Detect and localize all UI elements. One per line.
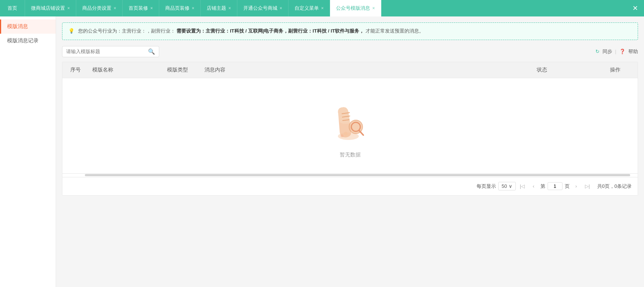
tab-category-settings[interactable]: 商品分类设置 × bbox=[76, 0, 123, 16]
page-label-before: 第 bbox=[540, 183, 545, 190]
notice-icon: 💡 bbox=[68, 28, 74, 34]
tab-store-settings[interactable]: 微商城店铺设置 × bbox=[25, 0, 76, 16]
sync-button[interactable]: 同步 bbox=[603, 48, 612, 55]
tab-close-template[interactable]: × bbox=[372, 6, 375, 11]
tab-homepage-decor[interactable]: 首页装修 × bbox=[123, 0, 159, 16]
tab-close-product[interactable]: × bbox=[192, 6, 194, 11]
tab-close-category[interactable]: × bbox=[114, 6, 116, 11]
col-header-name: 模版名称 bbox=[89, 62, 163, 78]
search-input[interactable] bbox=[66, 49, 148, 54]
svg-point-8 bbox=[341, 134, 343, 137]
data-table: 序号 模版名称 模版类型 消息内容 状态 操作 bbox=[62, 62, 638, 196]
content-area: 💡 您的公众号行业为：主营行业：，副营行业： 需要设置为：主营行业：IT科技 /… bbox=[56, 16, 644, 287]
divider: | bbox=[615, 49, 616, 54]
pagination: 每页显示 50 ∨ |◁ ‹ 第 页 › ▷| 共0页，0条记录 bbox=[62, 177, 638, 195]
next-page-button[interactable]: › bbox=[572, 182, 581, 191]
empty-icon bbox=[328, 101, 373, 146]
help-icon: ❓ bbox=[619, 49, 625, 54]
search-input-wrap: 🔍 bbox=[62, 46, 159, 57]
notice-banner: 💡 您的公众号行业为：主营行业：，副营行业： 需要设置为：主营行业：IT科技 /… bbox=[62, 22, 638, 40]
prev-page-button[interactable]: ‹ bbox=[529, 182, 538, 191]
tab-close-menu[interactable]: × bbox=[321, 6, 324, 11]
page-size-select[interactable]: 50 ∨ bbox=[498, 182, 515, 190]
tab-close-theme[interactable]: × bbox=[228, 6, 231, 11]
help-button[interactable]: 帮助 bbox=[628, 48, 638, 55]
page-size-label: 每页显示 bbox=[477, 183, 496, 190]
sidebar-item-template-msg[interactable]: 模版消息 bbox=[0, 19, 56, 34]
first-page-button[interactable]: |◁ bbox=[518, 182, 527, 191]
svg-point-7 bbox=[344, 132, 348, 135]
col-header-action: 操作 bbox=[593, 62, 638, 78]
sidebar-item-template-records[interactable]: 模版消息记录 bbox=[0, 34, 56, 48]
page-number-input[interactable] bbox=[548, 182, 563, 190]
col-header-status: 状态 bbox=[533, 62, 593, 78]
tab-custom-menu[interactable]: 自定义菜单 × bbox=[289, 0, 330, 16]
col-header-seq: 序号 bbox=[62, 62, 89, 78]
page-total: 共0页，0条记录 bbox=[597, 183, 632, 190]
search-icon[interactable]: 🔍 bbox=[148, 48, 155, 55]
tab-close-mall[interactable]: × bbox=[280, 6, 282, 11]
col-header-type: 模版类型 bbox=[163, 62, 201, 78]
scrollbar-area[interactable] bbox=[62, 173, 638, 177]
tab-home[interactable]: 首页 bbox=[0, 0, 25, 16]
chevron-down-icon: ∨ bbox=[509, 183, 512, 189]
page-label-after: 页 bbox=[565, 183, 570, 190]
top-navigation: 首页 微商城店铺设置 × 商品分类设置 × 首页装修 × 商品页装修 × 店铺主… bbox=[0, 0, 644, 16]
sidebar: 模版消息 模版消息记录 bbox=[0, 16, 56, 287]
search-actions: ↻ 同步 | ❓ 帮助 bbox=[595, 48, 638, 55]
scrollbar-track bbox=[85, 174, 630, 176]
col-header-content: 消息内容 bbox=[201, 62, 533, 78]
tab-close-homepage[interactable]: × bbox=[150, 6, 153, 11]
tab-store-theme[interactable]: 店铺主题 × bbox=[201, 0, 237, 16]
empty-state: 暂无数据 bbox=[62, 78, 638, 173]
nav-close-all-button[interactable]: ✕ bbox=[626, 0, 644, 16]
table-header: 序号 模版名称 模版类型 消息内容 状态 操作 bbox=[62, 62, 638, 78]
tab-template-msg[interactable]: 公众号模版消息 × bbox=[330, 0, 381, 16]
tab-product-decor[interactable]: 商品页装修 × bbox=[159, 0, 201, 16]
empty-text: 暂无数据 bbox=[340, 152, 361, 158]
search-bar: 🔍 ↻ 同步 | ❓ 帮助 bbox=[62, 46, 638, 57]
sync-icon: ↻ bbox=[595, 49, 600, 54]
main-layout: 模版消息 模版消息记录 💡 您的公众号行业为：主营行业：，副营行业： 需要设置为… bbox=[0, 16, 644, 287]
tab-open-mall[interactable]: 开通公众号商城 × bbox=[237, 0, 289, 16]
last-page-button[interactable]: ▷| bbox=[583, 182, 592, 191]
tab-close-store-settings[interactable]: × bbox=[67, 6, 70, 11]
